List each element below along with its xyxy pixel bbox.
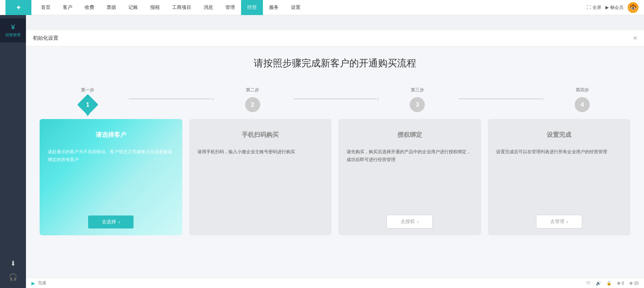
card-3-desc: 请先购买，购买后选择开通的产品中的企业用户进行授权绑定，成功后即可进行经营管理	[347, 148, 473, 208]
go-authorize-arrow: ›	[417, 219, 419, 224]
top-nav: ✦ 首页客户收费票据记账报税工商项目消息管理经营服务设置 ⛶ 全屏 ▶ 畅会员 …	[0, 0, 644, 15]
step-3-label: 第三步	[411, 87, 424, 93]
step-2-number: 2	[251, 101, 254, 108]
step-4-circle: 4	[575, 97, 590, 112]
nav-item-报税[interactable]: 报税	[144, 0, 166, 15]
sidebar: ¥ 经营管理 ⬇ 🎧	[0, 15, 26, 288]
play-icon: ▶	[605, 5, 609, 10]
step-4-label: 第四步	[576, 87, 589, 93]
shield-icon: 🛡	[586, 281, 590, 286]
sidebar-bottom: ⬇ 🎧	[9, 259, 17, 281]
download-icon[interactable]: ⬇	[10, 259, 16, 267]
status-bar-right: 🛡 🔊 🔒 ⊕ 0 ⊕ 10	[586, 281, 639, 286]
vip-label: 畅会员	[610, 4, 624, 11]
notif-count: ⊕ 0	[617, 281, 624, 286]
step-2-circle: 2	[245, 97, 260, 112]
go-authorize-button[interactable]: 去授权 ›	[387, 215, 433, 228]
main-content: 初始化设置 × 请按照步骤完成新客户的开通购买流程 第一步 1 第二步	[26, 30, 644, 288]
card-1-desc: 该处展示的客户为不在回收站、客户状态正常建账后完成老板端绑定的所有客户	[48, 148, 174, 209]
avatar[interactable]: 🐯	[628, 2, 639, 13]
close-button[interactable]: ×	[633, 34, 637, 42]
step-2-label: 第二步	[246, 87, 259, 93]
nav-item-收费[interactable]: 收费	[79, 0, 100, 15]
update-count: ⊕ 10	[629, 281, 639, 286]
connector-3-4	[459, 99, 541, 99]
card-2-desc: 请用手机扫码，输入小微企业主账号密码进行购买	[197, 148, 324, 228]
card-4-desc: 设置完成后可以在管理列表进行所有企业用户的经营管理	[496, 148, 622, 208]
sidebar-item-jingying[interactable]: ¥ 经营管理	[0, 18, 26, 42]
step-1-label: 第一步	[81, 87, 94, 93]
step-2: 第二步 2	[211, 87, 294, 112]
page-header: 初始化设置 ×	[26, 30, 644, 47]
lock-icon: 🔒	[606, 281, 612, 286]
status-bar-left: ▶ 完成	[31, 280, 46, 286]
status-bar: ▶ 完成 🛡 🔊 🔒 ⊕ 0 ⊕ 10	[26, 278, 644, 288]
card-2: 手机扫码购买 请用手机扫码，输入小微企业主账号密码进行购买	[189, 119, 332, 235]
nav-item-记账[interactable]: 记账	[122, 0, 144, 15]
go-manage-arrow: ›	[566, 219, 568, 224]
card-1: 请选择客户 该处展示的客户为不在回收站、客户状态正常建账后完成老板端绑定的所有客…	[40, 119, 182, 235]
vip-button[interactable]: ▶ 畅会员	[605, 4, 624, 11]
volume-icon: 🔊	[596, 281, 601, 286]
sidebar-item-label: 经营管理	[5, 32, 20, 38]
headset-icon[interactable]: 🎧	[9, 273, 17, 281]
step-1: 第一步 1	[46, 87, 129, 112]
nav-item-工商项目[interactable]: 工商项目	[166, 0, 197, 15]
card-1-title: 请选择客户	[48, 127, 174, 142]
logo: ✦	[5, 0, 31, 15]
connector-2-3	[294, 99, 376, 99]
step-1-circle: 1	[80, 97, 95, 112]
fullscreen-button[interactable]: ⛶ 全屏	[587, 4, 601, 11]
nav-item-票据[interactable]: 票据	[100, 0, 122, 15]
nav-right: ⛶ 全屏 ▶ 畅会员 🐯	[587, 2, 639, 13]
connector-1-2	[129, 99, 211, 99]
fullscreen-icon: ⛶	[587, 5, 591, 10]
card-3: 授权绑定 请先购买，购买后选择开通的产品中的企业用户进行授权绑定，成功后即可进行…	[338, 119, 481, 235]
step-3: 第三步 3	[376, 87, 459, 112]
diamond-pointer	[85, 112, 90, 116]
go-manage-button[interactable]: 去管理 ›	[536, 215, 582, 228]
nav-item-服务[interactable]: 服务	[263, 0, 285, 15]
main-title: 请按照步骤完成新客户的开通购买流程	[40, 57, 630, 70]
content: 请按照步骤完成新客户的开通购买流程 第一步 1 第二步 2	[26, 47, 644, 246]
step-3-circle: 3	[410, 97, 425, 112]
step-3-number: 3	[416, 101, 419, 108]
card-3-title: 授权绑定	[347, 127, 473, 142]
nav-items: 首页客户收费票据记账报税工商项目消息管理经营服务设置	[35, 0, 587, 15]
step-4-number: 4	[580, 101, 584, 108]
go-authorize-label: 去授权	[401, 219, 415, 225]
play-icon: ▶	[31, 280, 35, 286]
nav-item-设置[interactable]: 设置	[285, 0, 307, 15]
go-select-arrow: ›	[118, 219, 120, 225]
cards-row: 请选择客户 该处展示的客户为不在回收站、客户状态正常建账后完成老板端绑定的所有客…	[40, 119, 630, 235]
fullscreen-label: 全屏	[592, 4, 601, 11]
card-4-title: 设置完成	[496, 127, 622, 142]
go-manage-label: 去管理	[550, 219, 564, 225]
steps-row: 第一步 1 第二步 2 第三步	[40, 87, 630, 112]
go-select-label: 去选择	[102, 219, 116, 225]
step-1-number: 1	[86, 101, 89, 108]
page-title: 初始化设置	[33, 35, 58, 41]
card-2-title: 手机扫码购买	[197, 127, 324, 142]
go-select-button[interactable]: 去选择 ›	[88, 215, 134, 228]
nav-item-经营[interactable]: 经营	[241, 0, 263, 15]
status-text: 完成	[38, 280, 46, 286]
jingying-icon: ¥	[11, 23, 15, 31]
nav-item-客户[interactable]: 客户	[57, 0, 79, 15]
nav-item-首页[interactable]: 首页	[35, 0, 57, 15]
logo-icon: ✦	[16, 3, 22, 12]
card-4: 设置完成 设置完成后可以在管理列表进行所有企业用户的经营管理 去管理 ›	[488, 119, 631, 235]
nav-item-消息[interactable]: 消息	[197, 0, 219, 15]
step-4: 第四步 4	[541, 87, 624, 112]
nav-item-管理[interactable]: 管理	[219, 0, 241, 15]
